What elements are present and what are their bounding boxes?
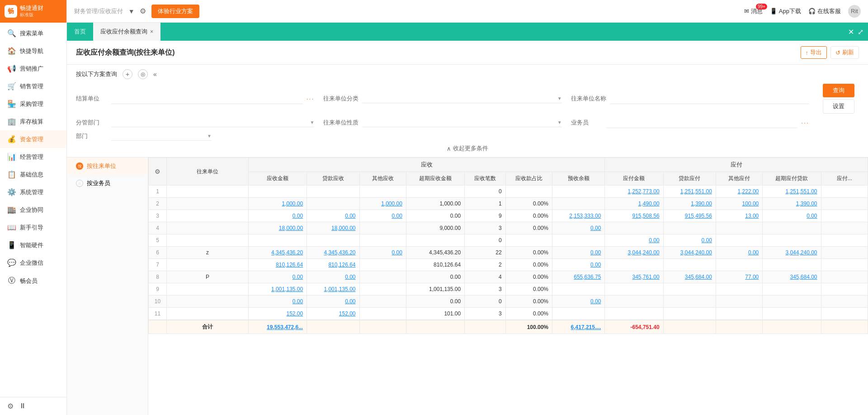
td-ar-amount[interactable]: 152.00 (248, 308, 307, 320)
filter-schema-btn[interactable]: ◎ (138, 69, 148, 79)
td-ar-other[interactable]: 1,000.00 (359, 198, 406, 210)
td-ar-prepay[interactable]: 655,636.75 (552, 271, 605, 283)
td-ap-loan[interactable]: 915,495.56 (663, 210, 716, 222)
td-ap-overdue[interactable]: 3,044,240.00 (763, 247, 821, 259)
td-ar-amount[interactable] (248, 186, 307, 198)
td-ap-overdue[interactable]: 1,390.00 (763, 198, 821, 210)
td-ar-loan[interactable]: 0.00 (307, 296, 359, 308)
td-ar-prepay[interactable] (552, 186, 605, 198)
td-ar-loan[interactable]: 810,126.64 (307, 259, 359, 271)
refresh-button[interactable]: ↺ 刷新 (830, 46, 859, 59)
app-download-btn[interactable]: 📱 App下载 (770, 7, 801, 15)
td-ar-amount[interactable]: 1,001,135.00 (248, 283, 307, 296)
sidebar-item-system[interactable]: ⚙️ 系统管理 (0, 183, 66, 201)
td-ap-other[interactable] (716, 283, 762, 296)
filter-input-settlement[interactable] (111, 93, 303, 104)
td-ap-amount[interactable] (605, 283, 663, 296)
td-ap-overdue[interactable] (763, 222, 821, 234)
setting-button[interactable]: 设置 (823, 99, 854, 114)
td-ar-loan[interactable]: 152.00 (307, 308, 359, 320)
td-ap-other[interactable]: 100.00 (716, 198, 762, 210)
td-ap-loan[interactable]: 0.00 (663, 234, 716, 247)
td-ar-amount[interactable]: 0.00 (248, 271, 307, 283)
td-ar-prepay[interactable]: 0.00 (552, 247, 605, 259)
table-settings-icon[interactable]: ⚙ (155, 168, 160, 175)
td-ap-loan[interactable]: 345,684.00 (663, 271, 716, 283)
collapse-more-btn[interactable]: ∧ 收起更多条件 (76, 144, 859, 153)
collapse-sidebar-btn[interactable]: ⏸ (19, 402, 26, 410)
td-ap-loan[interactable] (663, 222, 716, 234)
td-ap-loan[interactable] (663, 308, 716, 320)
td-ar-prepay[interactable] (552, 283, 605, 296)
sidebar-item-guide[interactable]: 📖 新手引导 (0, 219, 66, 236)
td-ap-other[interactable] (716, 296, 762, 308)
td-ap-loan[interactable] (663, 296, 716, 308)
td-ar-loan[interactable]: 0.00 (307, 271, 359, 283)
sidebar-item-quicknav[interactable]: 🏠 快捷导航 (0, 42, 66, 60)
online-service-btn[interactable]: 🎧 在线客服 (808, 7, 841, 15)
filter-select-nature[interactable]: ▼ (362, 118, 561, 127)
tabbar-expand-btn[interactable]: ⤢ (858, 28, 863, 36)
sidebar-item-operation[interactable]: 📊 经营管理 (0, 148, 66, 166)
tabbar-close-btn[interactable]: ✕ (848, 28, 854, 36)
filter-input-name[interactable] (610, 93, 809, 104)
td-ar-other[interactable]: 0.00 (359, 210, 406, 222)
sidebar-item-enterprise[interactable]: 🏬 企业协同 (0, 201, 66, 219)
td-ar-amount[interactable]: 1,000.00 (248, 198, 307, 210)
td-ap-other[interactable]: 1,222.00 (716, 186, 762, 198)
side-panel-item-partner[interactable]: 按 按往来单位 (67, 157, 148, 175)
td-ap-loan[interactable] (663, 283, 716, 296)
filter-dots-settlement[interactable]: ··· (307, 95, 315, 102)
td-ap-loan[interactable]: 1,251,551.00 (663, 186, 716, 198)
td-ap-other[interactable] (716, 259, 762, 271)
filter-add-btn[interactable]: + (123, 69, 132, 79)
td-ap-other[interactable] (716, 308, 762, 320)
footer-ar-prepay[interactable]: 6,417,215.... (552, 320, 605, 334)
td-ar-other[interactable] (359, 296, 406, 308)
td-ar-amount[interactable]: 18,000.00 (248, 222, 307, 234)
td-ap-loan[interactable]: 1,390.00 (663, 198, 716, 210)
sidebar-item-wechat[interactable]: 💬 企业微信 (0, 254, 66, 272)
td-ar-loan[interactable] (307, 186, 359, 198)
td-ar-loan[interactable]: 4,345,436.20 (307, 247, 359, 259)
td-ap-amount[interactable]: 1,490.00 (605, 198, 663, 210)
td-ar-loan[interactable]: 18,000.00 (307, 222, 359, 234)
footer-ar-amount[interactable]: 19,553,472,6... (248, 320, 307, 334)
td-ap-overdue[interactable] (763, 259, 821, 271)
td-ar-prepay[interactable]: 2,153,333.00 (552, 210, 605, 222)
td-ar-other[interactable] (359, 234, 406, 247)
td-ar-other[interactable] (359, 271, 406, 283)
filter-input-salesman[interactable] (606, 117, 798, 128)
export-button[interactable]: ↑ 导出 (801, 46, 827, 59)
td-ar-other[interactable] (359, 283, 406, 296)
td-ap-amount[interactable]: 345,761.00 (605, 271, 663, 283)
filter-select-department[interactable]: ▼ (111, 132, 212, 141)
td-ap-amount[interactable] (605, 296, 663, 308)
query-button[interactable]: 查询 (823, 84, 854, 97)
td-ar-amount[interactable] (248, 234, 307, 247)
td-ar-other[interactable] (359, 259, 406, 271)
user-avatar[interactable]: Rit (848, 5, 861, 18)
td-ap-other[interactable] (716, 222, 762, 234)
td-ap-amount[interactable]: 1,252,773.00 (605, 186, 663, 198)
td-ar-other[interactable] (359, 222, 406, 234)
sidebar-item-basic[interactable]: 📋 基础信息 (0, 166, 66, 183)
filter-dots-salesman[interactable]: ··· (801, 119, 809, 126)
td-ar-other[interactable] (359, 186, 406, 198)
td-ap-amount[interactable]: 0.00 (605, 234, 663, 247)
td-ap-overdue[interactable]: 345,684.00 (763, 271, 821, 283)
tab-arquery-close[interactable]: × (150, 29, 153, 35)
td-ap-loan[interactable] (663, 259, 716, 271)
tab-arquery[interactable]: 应收应付余额查询 × (93, 23, 160, 41)
tab-home[interactable]: 首页 (67, 23, 93, 41)
td-ap-other[interactable]: 0.00 (716, 247, 762, 259)
td-ar-other[interactable]: 0.00 (359, 247, 406, 259)
td-ap-other[interactable]: 77.00 (716, 271, 762, 283)
td-ar-loan[interactable]: 1,001,135.00 (307, 283, 359, 296)
td-ar-amount[interactable]: 0.00 (248, 210, 307, 222)
td-ar-loan[interactable] (307, 234, 359, 247)
td-ar-amount[interactable]: 0.00 (248, 296, 307, 308)
td-ar-amount[interactable]: 810,126.64 (248, 259, 307, 271)
message-btn[interactable]: ✉ 消息 99+ (744, 7, 763, 15)
td-ap-amount[interactable] (605, 222, 663, 234)
